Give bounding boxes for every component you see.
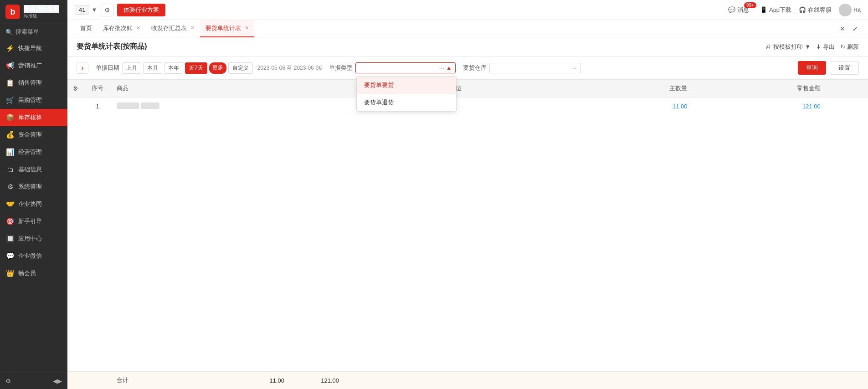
print-icon: 🖨 xyxy=(765,43,771,50)
th-amount: 零售金额 xyxy=(693,80,826,97)
sidebar-item-qiye[interactable]: 🤝企业协同 xyxy=(0,195,67,213)
sidebar-item-yingyong[interactable]: 🔲应用中心 xyxy=(0,230,67,247)
page-title: 要货单统计表(按商品) xyxy=(77,42,147,51)
logo-sub: 标准版 xyxy=(24,13,59,19)
sidebar-item-yingxiao[interactable]: 📢营销推广 xyxy=(0,57,67,74)
sidebar-item-xinshou[interactable]: 🎯新手引导 xyxy=(0,213,67,230)
dropdown-item-yaohuo-dan[interactable]: 要货单要货 xyxy=(357,77,456,94)
sidebar-item-weixin[interactable]: 💬企业微信 xyxy=(0,247,67,265)
tab-close-yaohuo_huizong[interactable]: ✕ xyxy=(245,25,249,31)
nav-label-weixin: 企业微信 xyxy=(18,252,42,260)
filter-actions: 查询 设置 xyxy=(798,61,859,75)
topbar-gear-btn[interactable]: ⚙ xyxy=(101,4,113,16)
service-btn[interactable]: 🎧 在线客服 xyxy=(799,6,832,14)
nav-icon-yingyong: 🔲 xyxy=(5,235,15,243)
tabs-close-all-btn[interactable]: ✕ xyxy=(837,23,848,34)
date-btn-up[interactable]: 上月 xyxy=(122,62,141,74)
date-btn-week7[interactable]: 近7天 xyxy=(185,62,207,74)
tab-label-home: 首页 xyxy=(80,24,92,32)
dropdown-item-yaohuo-tui[interactable]: 要货单退货 xyxy=(357,94,456,111)
doc-type-input[interactable] xyxy=(360,65,437,72)
th-qty: 主数量 xyxy=(582,80,693,97)
nav-label-qiye: 企业协同 xyxy=(18,200,42,208)
sidebar-item-zijin[interactable]: 💰资金管理 xyxy=(0,126,67,143)
date-filter-label: 单据日期 xyxy=(96,64,119,72)
topbar: 41 ▼ ⚙ 体验行业方案 💬 消息 99+ 📱 App下载 🎧 在线客服 xyxy=(67,0,868,20)
tab-close-kucun_pici[interactable]: ✕ xyxy=(136,25,140,31)
print-btn[interactable]: 🖨 按模板打印 ▼ xyxy=(765,43,811,51)
tab-close-shouzhi_huizong[interactable]: ✕ xyxy=(190,25,195,31)
avatar-text: Rit xyxy=(853,6,861,13)
tab-shouzhi_huizong[interactable]: 收发存汇总表✕ xyxy=(146,20,200,37)
store-selector[interactable]: 41 ▼ xyxy=(75,5,97,15)
doc-type-select[interactable]: ··· ▲ xyxy=(355,62,456,73)
date-buttons: 上月本月本年近7天更多自定义 xyxy=(122,62,253,74)
footer-label: 合计 xyxy=(117,376,226,384)
td-seq: 1 xyxy=(84,97,111,115)
date-btn-more[interactable]: 更多 xyxy=(209,62,226,74)
table-wrap: ⚙ 序号 商品 主计量单位 主数量 零售金额 1 xyxy=(67,80,868,371)
th-seq: 序号 xyxy=(84,80,111,97)
warehouse-select[interactable]: ··· xyxy=(489,63,581,73)
export-icon: ⬇ xyxy=(816,43,821,50)
tabs-expand-btn[interactable]: ⤢ xyxy=(850,23,861,34)
user-menu[interactable]: Rit xyxy=(839,4,861,16)
filter-bar: › 单据日期 上月本月本年近7天更多自定义 2023-05-06 至 2023-… xyxy=(67,56,868,80)
nav-icon-xitong: ⚙ xyxy=(5,183,15,191)
tab-label-yaohuo_huizong: 要货单统计表 xyxy=(205,24,241,32)
sidebar-search-label: 搜索菜单 xyxy=(15,28,39,36)
td-amount: 121.00 xyxy=(693,97,826,115)
sidebar-item-xitong[interactable]: ⚙系统管理 xyxy=(0,178,67,195)
th-gear[interactable]: ⚙ xyxy=(67,80,84,97)
tabs-bar: 首页库存批次账✕收发存汇总表✕要货单统计表✕ ✕ ⤢ xyxy=(67,20,868,37)
page-header: 要货单统计表(按商品) 🖨 按模板打印 ▼ ⬇ 导出 ↻ 刷新 xyxy=(67,37,868,56)
sidebar-item-xiaoshou[interactable]: 📋销售管理 xyxy=(0,74,67,92)
tab-yaohuo_huizong[interactable]: 要货单统计表✕ xyxy=(200,20,254,37)
query-btn[interactable]: 查询 xyxy=(798,61,826,75)
export-btn[interactable]: ⬇ 导出 xyxy=(816,43,835,51)
page-header-actions: 🖨 按模板打印 ▼ ⬇ 导出 ↻ 刷新 xyxy=(765,43,859,51)
sidebar-item-jingying[interactable]: 📊经营管理 xyxy=(0,143,67,161)
collapse-icon[interactable]: ◀▶ xyxy=(53,378,62,384)
sidebar-item-jichu[interactable]: 🗂基础信息 xyxy=(0,161,67,178)
warehouse-more-icon: ··· xyxy=(572,65,577,72)
td-qty: 11.00 xyxy=(582,97,693,115)
expand-btn[interactable]: › xyxy=(77,62,88,74)
refresh-btn[interactable]: ↻ 刷新 xyxy=(840,43,859,51)
trial-btn[interactable]: 体验行业方案 xyxy=(117,4,165,16)
sidebar-search[interactable]: 🔍 搜索菜单 xyxy=(0,24,67,40)
nav-label-jichu: 基础信息 xyxy=(18,165,42,174)
service-label: 在线客服 xyxy=(808,6,832,14)
date-range-text: 2023-05-06 至 2023-06-06 xyxy=(257,64,322,72)
nav-label-yingxiao: 营销推广 xyxy=(18,61,42,70)
warehouse-input[interactable] xyxy=(493,65,570,72)
nav-icon-kucun: 📦 xyxy=(5,113,15,122)
sidebar-bottom: ⚙ ◀▶ xyxy=(0,373,67,389)
avatar xyxy=(839,4,852,16)
date-btn-year[interactable]: 本年 xyxy=(164,62,183,74)
sidebar-item-huiyuan[interactable]: 👑畅会员 xyxy=(0,265,67,282)
nav-icon-yingxiao: 📢 xyxy=(5,61,15,70)
settings-icon[interactable]: ⚙ xyxy=(5,378,11,384)
sidebar-item-kucun[interactable]: 📦库存核算 xyxy=(0,109,67,126)
message-btn[interactable]: 💬 消息 99+ xyxy=(728,6,753,14)
tab-kucun_pici[interactable]: 库存批次账✕ xyxy=(98,20,146,37)
app-download-icon: 📱 xyxy=(760,6,767,13)
td-gear xyxy=(67,97,84,115)
nav-icon-zijin: 💰 xyxy=(5,131,15,139)
date-btn-current[interactable]: 本月 xyxy=(143,62,162,74)
sidebar-item-kuaijie[interactable]: ⚡快捷导航 xyxy=(0,40,67,57)
app-download-btn[interactable]: 📱 App下载 xyxy=(760,6,791,14)
nav-label-xinshou: 新手引导 xyxy=(18,217,42,225)
table-footer: 合计 11.00 121.00 xyxy=(67,371,868,389)
tab-home[interactable]: 首页 xyxy=(75,20,98,37)
doc-type-label: 单据类型 xyxy=(329,64,353,72)
settings-btn[interactable]: 设置 xyxy=(830,61,859,75)
date-btn-custom[interactable]: 自定义 xyxy=(228,62,253,74)
store-number: 41 xyxy=(75,5,89,15)
sidebar-item-caigou[interactable]: 🛒采购管理 xyxy=(0,92,67,109)
logo-main: 畅捷通好生意 xyxy=(24,5,59,13)
store-dropdown-arrow: ▼ xyxy=(91,6,97,13)
nav-label-kuaijie: 快捷导航 xyxy=(18,44,42,52)
nav-label-xiaoshou: 销售管理 xyxy=(18,79,42,87)
